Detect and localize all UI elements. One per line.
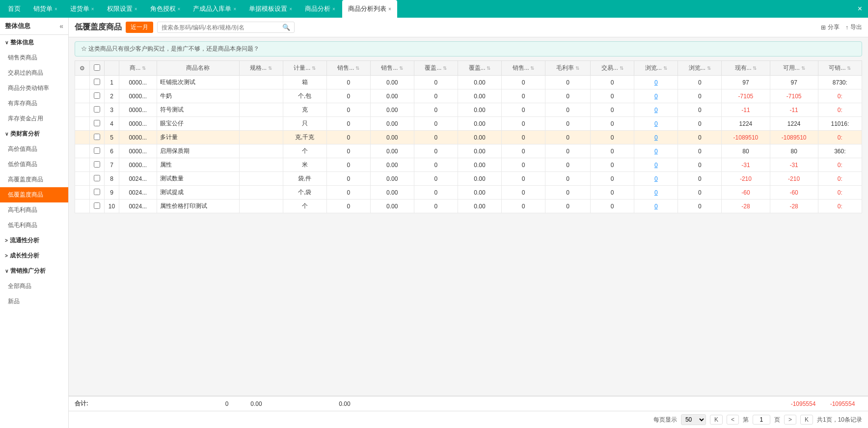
row-checkbox[interactable] <box>94 106 100 113</box>
cell-browse1[interactable]: 0 <box>634 117 678 131</box>
cell-check[interactable] <box>90 158 105 172</box>
th-sales1[interactable]: 销售... <box>326 61 370 76</box>
nav-close-roles[interactable]: × <box>178 6 181 12</box>
nav-item-finished-goods[interactable]: 产成品入库单 × <box>187 0 242 18</box>
nav-item-product-analysis-list[interactable]: 商品分析列表 × <box>342 0 397 18</box>
cell-browse1[interactable]: 0 <box>634 89 678 103</box>
th-cover1[interactable]: 覆盖... <box>414 61 458 76</box>
search-icon[interactable]: 🔍 <box>282 24 290 31</box>
sidebar-item-stocked-goods[interactable]: 有库存商品 <box>0 96 68 111</box>
cell-check[interactable] <box>90 117 105 131</box>
th-browse1[interactable]: 浏览... <box>634 61 678 76</box>
sidebar-item-sales-goods[interactable]: 销售类商品 <box>0 50 68 65</box>
sidebar-group-marketing[interactable]: ∨ 营销推广分析 <box>0 263 68 279</box>
first-page-button[interactable]: K <box>710 415 723 425</box>
nav-close-product-analysis-list[interactable]: × <box>388 6 391 12</box>
cell-spec <box>239 172 283 186</box>
th-spec[interactable]: 规格... <box>239 61 283 76</box>
row-checkbox[interactable] <box>94 175 100 181</box>
cell-browse1[interactable]: 0 <box>634 144 678 158</box>
nav-close-finished-goods[interactable]: × <box>233 6 236 12</box>
row-checkbox[interactable] <box>94 120 100 126</box>
select-all-checkbox[interactable] <box>94 64 100 71</box>
nav-item-home[interactable]: 首页 <box>2 0 27 18</box>
sidebar-collapse-button[interactable]: « <box>59 22 63 30</box>
th-check[interactable] <box>90 61 105 76</box>
cell-check[interactable] <box>90 76 105 89</box>
sidebar-group-growth[interactable]: > 成长性分析 <box>0 248 68 263</box>
th-cover2[interactable]: 覆盖... <box>458 61 501 76</box>
sidebar-item-low-profit[interactable]: 低毛利商品 <box>0 218 68 233</box>
nav-item-product-analysis[interactable]: 商品分析 × <box>299 0 341 18</box>
cell-browse1[interactable]: 0 <box>634 103 678 117</box>
cell-check[interactable] <box>90 131 105 144</box>
row-checkbox[interactable] <box>94 134 100 140</box>
cell-check[interactable] <box>90 200 105 213</box>
export-button[interactable]: ↑ 导出 <box>845 23 862 31</box>
th-code[interactable]: 商... <box>119 61 157 76</box>
table-wrapper[interactable]: ⚙ 商... 商品名称 规格... 计量... 销售... 销售... 覆盖..… <box>69 57 868 396</box>
cell-check[interactable] <box>90 144 105 158</box>
nav-item-roles[interactable]: 角色授权 × <box>144 0 187 18</box>
nav-close-purchase[interactable]: × <box>91 6 94 12</box>
row-checkbox[interactable] <box>94 161 100 168</box>
th-saleable[interactable]: 可销... <box>818 61 862 76</box>
sidebar-item-low-value[interactable]: 低价值商品 <box>0 157 68 172</box>
sidebar-item-inventory-capital[interactable]: 库存资金占用 <box>0 111 68 126</box>
th-sales2[interactable]: 销售... <box>370 61 414 76</box>
th-available[interactable]: 可用... <box>770 61 818 76</box>
nav-close-template[interactable]: × <box>289 6 292 12</box>
nav-item-purchase[interactable]: 进货单 × <box>64 0 100 18</box>
page-size-select[interactable]: 50 100 200 <box>681 414 706 425</box>
nav-item-permissions[interactable]: 权限设置 × <box>101 0 143 18</box>
th-current[interactable]: 现有... <box>722 61 770 76</box>
sidebar-group-overall[interactable]: ∨ 整体信息 <box>0 35 68 50</box>
cell-check[interactable] <box>90 172 105 186</box>
page-number-input[interactable] <box>753 415 770 425</box>
sidebar-group-wealth[interactable]: ∨ 类财富分析 <box>0 126 68 142</box>
next-page-button[interactable]: > <box>784 415 796 425</box>
sidebar-group-liquidity[interactable]: > 流通性分析 <box>0 233 68 248</box>
th-gross-rate[interactable]: 毛利率 <box>545 61 591 76</box>
th-sales3[interactable]: 销售... <box>501 61 545 76</box>
cell-browse1[interactable]: 0 <box>634 76 678 89</box>
share-button[interactable]: ⊞ 分享 <box>821 23 840 31</box>
content-area: 低覆盖度商品 近一月 🔍 ⊞ 分享 ↑ 导出 ☆ 这类商品只有很少客户购买过，是… <box>69 18 868 428</box>
th-unit[interactable]: 计量... <box>283 61 326 76</box>
nav-close-permissions[interactable]: × <box>135 6 137 12</box>
cell-check[interactable] <box>90 186 105 200</box>
th-settings[interactable]: ⚙ <box>75 61 90 76</box>
last-page-button[interactable]: K <box>800 415 813 425</box>
cell-browse1[interactable]: 0 <box>634 172 678 186</box>
sidebar-item-low-coverage[interactable]: 低覆盖度商品 <box>0 187 68 202</box>
th-trade[interactable]: 交易... <box>591 61 634 76</box>
sidebar-item-traded-goods[interactable]: 交易过的商品 <box>0 65 68 81</box>
date-filter-button[interactable]: 近一月 <box>126 22 153 33</box>
nav-close-product-analysis[interactable]: × <box>332 6 335 12</box>
row-checkbox[interactable] <box>94 92 100 99</box>
prev-page-button[interactable]: < <box>727 415 739 425</box>
sidebar-item-new-goods[interactable]: 新品 <box>0 294 68 309</box>
sidebar-item-all-goods[interactable]: 全部商品 <box>0 279 68 294</box>
sidebar-item-high-coverage[interactable]: 高覆盖度商品 <box>0 172 68 187</box>
cell-check[interactable] <box>90 103 105 117</box>
cell-trade: 0 <box>591 186 634 200</box>
row-checkbox[interactable] <box>94 189 100 195</box>
cell-browse1[interactable]: 0 <box>634 200 678 213</box>
cell-check[interactable] <box>90 89 105 103</box>
close-all-button[interactable]: × <box>854 2 866 15</box>
cell-browse1[interactable]: 0 <box>634 186 678 200</box>
nav-close-sales[interactable]: × <box>54 6 57 12</box>
cell-browse1[interactable]: 0 <box>634 158 678 172</box>
cell-browse1[interactable]: 0 <box>634 131 678 144</box>
row-checkbox[interactable] <box>94 147 100 154</box>
row-checkbox[interactable] <box>94 79 100 85</box>
search-input[interactable] <box>162 24 282 31</box>
sidebar-item-high-value[interactable]: 高价值商品 <box>0 142 68 157</box>
th-browse2[interactable]: 浏览... <box>678 61 722 76</box>
row-checkbox[interactable] <box>94 202 100 209</box>
nav-item-template[interactable]: 单据模板设置 × <box>243 0 298 18</box>
nav-item-sales[interactable]: 销货单 × <box>27 0 63 18</box>
sidebar-item-category-rate[interactable]: 商品分类动销率 <box>0 81 68 96</box>
sidebar-item-high-profit[interactable]: 高毛利商品 <box>0 202 68 218</box>
